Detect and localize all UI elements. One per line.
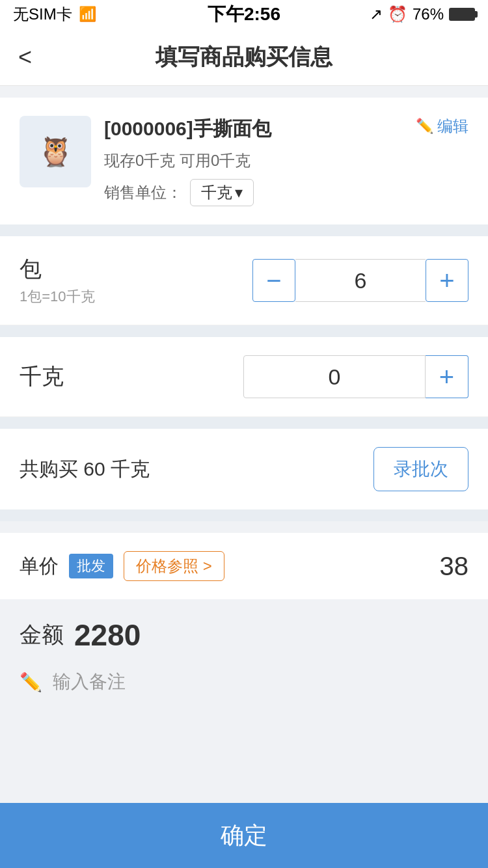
product-unit: 销售单位： 千克 ▾ [104, 179, 468, 206]
bag-quantity-input[interactable] [295, 259, 426, 302]
pencil-icon: ✏️ [20, 671, 42, 693]
back-button[interactable]: < [18, 44, 32, 71]
bag-label-main: 包 [20, 254, 124, 284]
bag-input-row: 包 1包=10千克 − + [0, 236, 488, 325]
price-row: 单价 批发 价格参照 > 38 [20, 551, 468, 581]
bag-input-section: 包 1包=10千克 − + [0, 236, 488, 325]
price-label: 单价 [20, 553, 59, 580]
location-icon: ↗ [370, 5, 383, 23]
batch-button[interactable]: 录批次 [373, 447, 468, 491]
section-divider-4 [0, 509, 488, 521]
edit-icon: ✏️ [416, 118, 433, 135]
amount-value: 2280 [74, 617, 141, 653]
remark-placeholder: 输入备注 [53, 670, 126, 694]
product-stock: 现存0千克 可用0千克 [104, 150, 468, 171]
kg-label: 千克 [20, 362, 124, 392]
confirm-label: 确定 [221, 820, 267, 852]
price-section: 单价 批发 价格参照 > 38 [0, 533, 488, 599]
alarm-icon: ⏰ [388, 5, 407, 23]
kg-quantity-input[interactable] [243, 355, 426, 398]
product-image: 🦉 [20, 116, 91, 187]
kg-controls: + [124, 355, 468, 398]
remark-row[interactable]: ✏️ 输入备注 [20, 663, 468, 701]
product-logo: 🦉 [38, 135, 74, 169]
unit-label: 销售单位： [104, 182, 182, 203]
section-divider-3 [0, 417, 488, 429]
total-row: 共购买 60 千克 录批次 [0, 429, 488, 509]
amount-label: 金额 [20, 620, 64, 650]
product-info: [0000006]手撕面包 现存0千克 可用0千克 销售单位： 千克 ▾ [104, 116, 468, 206]
battery-icon [449, 8, 475, 21]
kg-input-row: 千克 + [0, 337, 488, 417]
price-ref-button[interactable]: 价格参照 > [124, 551, 224, 581]
status-right: ↗ ⏰ 76% [370, 5, 475, 23]
bag-label-sub: 1包=10千克 [20, 287, 124, 306]
unit-value: 千克 [201, 182, 232, 203]
nav-bar: < 填写商品购买信息 [0, 29, 488, 86]
edit-button[interactable]: ✏️ 编辑 [416, 116, 468, 137]
amount-section: 金额 2280 ✏️ 输入备注 [0, 599, 488, 719]
unit-select[interactable]: 千克 ▾ [190, 179, 254, 206]
wifi-icon: 📶 [79, 6, 96, 23]
carrier-text: 无SIM卡 [13, 4, 72, 25]
confirm-button[interactable]: 确定 [0, 803, 488, 868]
bag-plus-button[interactable]: + [426, 259, 468, 302]
total-text: 共购买 60 千克 [20, 456, 150, 483]
status-left: 无SIM卡 📶 [13, 4, 96, 25]
amount-row: 金额 2280 [20, 617, 468, 653]
bag-controls: − + [124, 259, 468, 302]
edit-label: 编辑 [437, 116, 468, 137]
bag-label: 包 1包=10千克 [20, 254, 124, 306]
kg-plus-button[interactable]: + [426, 355, 468, 398]
battery-text: 76% [413, 5, 444, 23]
section-divider-2 [0, 325, 488, 337]
status-time: 下午2:56 [208, 2, 280, 27]
chevron-down-icon: ▾ [235, 183, 243, 202]
kg-input-section: 千克 + [0, 337, 488, 417]
kg-label-main: 千克 [20, 362, 124, 392]
product-card: 🦉 [0000006]手撕面包 现存0千克 可用0千克 销售单位： 千克 ▾ ✏… [0, 98, 488, 224]
page-title: 填写商品购买信息 [156, 42, 332, 72]
price-tag: 批发 [69, 554, 113, 578]
product-name: [0000006]手撕面包 [104, 116, 468, 142]
section-divider-1 [0, 224, 488, 236]
bag-minus-button[interactable]: − [252, 259, 295, 302]
price-value: 38 [440, 552, 469, 581]
status-bar: 无SIM卡 📶 下午2:56 ↗ ⏰ 76% [0, 0, 488, 29]
